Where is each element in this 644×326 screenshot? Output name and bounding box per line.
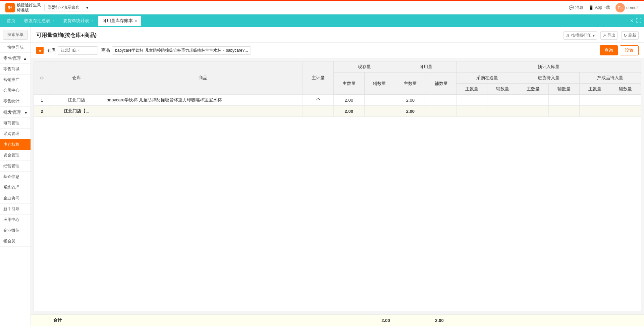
user-menu[interactable]: Ea demo2 xyxy=(615,3,639,12)
footer-label: 合计 xyxy=(44,317,71,323)
top-bar-right: 💬 消息 📱 App下载 Ea demo2 xyxy=(569,3,639,12)
product-filter-group: 商品 babycare学饮杯 儿童防摔防撞吸管杯重力球吸嘴杯宝宝水杯 × bab… xyxy=(101,46,251,55)
filter-toggle-btn[interactable]: » xyxy=(36,47,44,54)
incoming-aux-header: 辅数量 xyxy=(549,84,580,95)
footer-stock-main: 2.00 xyxy=(372,318,399,323)
sidebar-section-wholesale[interactable]: 批发管理 ▾ xyxy=(0,107,31,118)
sidebar-search-btn[interactable]: 搜索菜单 xyxy=(3,30,28,40)
tab-home[interactable]: 首页 xyxy=(3,16,19,26)
sidebar-item-finance[interactable]: 资金管理 xyxy=(0,150,31,161)
refresh-icon: ↻ xyxy=(624,33,627,38)
available-main-header: 主数量 xyxy=(395,73,426,95)
row-seq: 1 xyxy=(34,95,50,106)
close-all-tabs-btn[interactable]: × xyxy=(630,18,633,24)
unit-col-header: 主计量 xyxy=(303,61,334,95)
available-col-header: 可用量 xyxy=(395,61,457,73)
pur-transit-header: 采购在途量 xyxy=(457,73,518,84)
subtotal-incoming-main xyxy=(518,106,549,117)
subtotal-stock-aux xyxy=(364,106,395,117)
warehouse-tag-remove[interactable]: × xyxy=(78,48,80,52)
incoming-header: 进货待入量 xyxy=(518,73,579,84)
tab-close-available-stock[interactable]: × xyxy=(135,19,137,23)
page-header: 可用量查询(按仓库+商品) 🖨 按模板打印 ▾ ↗ 导出 ↻ 刷新 xyxy=(31,27,644,42)
stock-col-header: 现存量 xyxy=(333,61,395,73)
fullscreen-btn[interactable]: ⛶ xyxy=(636,18,641,24)
row-stock-main: 2.00 xyxy=(333,95,364,106)
warehouse-filter-group: 仓库 江北门店 × ··· xyxy=(47,46,98,55)
refresh-btn[interactable]: ↻ 刷新 xyxy=(621,31,639,40)
sidebar-item-purchase[interactable]: 采购管理 xyxy=(0,129,31,139)
stock-aux-header: 辅数量 xyxy=(364,73,395,95)
sidebar-item-inventory[interactable]: 库存核算 xyxy=(0,139,31,150)
subtotal-finished-main xyxy=(579,106,610,117)
app-download-btn[interactable]: 📱 App下载 xyxy=(589,5,610,10)
sidebar-search-area: 搜索菜单 xyxy=(0,27,31,43)
data-table: ⚙ 仓库 商品 主计量 现存量 可用量 预计入库量 主数量 辅数量 主数量 辅数… xyxy=(34,61,641,117)
incoming-main-header: 主数量 xyxy=(518,84,549,95)
subtotal-available-aux xyxy=(426,106,457,117)
row-unit: 个 xyxy=(303,95,334,106)
row-available-main: 2.00 xyxy=(395,95,426,106)
sidebar-item-member-center[interactable]: 会员中心 xyxy=(0,85,31,96)
warehouse-tag: 江北门店 × xyxy=(61,48,80,53)
sidebar-item-quick-nav[interactable]: 快捷导航 xyxy=(0,43,31,53)
sidebar-item-basic-info[interactable]: 基础信息 xyxy=(0,172,31,182)
available-aux-header: 辅数量 xyxy=(426,73,457,95)
row-available-aux xyxy=(426,95,457,106)
sidebar-item-enterprise[interactable]: 企业协同 xyxy=(0,193,31,204)
tab-bar: 首页 收发存汇总表 × 要货单统计表 × 可用量库存账本 × × ⛶ xyxy=(0,14,644,27)
footer-available-main: 2.00 xyxy=(426,318,453,323)
sidebar-item-retail-mall[interactable]: 零售商城 xyxy=(0,64,31,75)
product-col-header: 商品 xyxy=(103,61,303,95)
product-tag-1: babycare学饮杯 儿童防摔防撞吸管杯重力球吸嘴杯宝宝水杯 × xyxy=(115,48,224,53)
logo-icon: 好 xyxy=(5,3,15,12)
row-pur-transit-aux xyxy=(487,95,518,106)
setting-btn[interactable]: 设置 xyxy=(620,45,639,55)
mobile-icon: 📱 xyxy=(589,5,594,10)
tab-available-stock[interactable]: 可用量库存账本 × xyxy=(98,16,141,26)
sidebar-item-marketing[interactable]: 营销推广 xyxy=(0,75,31,85)
tab-order-stats[interactable]: 要货单统计表 × xyxy=(59,16,97,26)
tab-close-order-stats[interactable]: × xyxy=(91,19,93,23)
subtotal-finished-aux xyxy=(610,106,641,117)
table-footer: 合计 2.00 2.00 xyxy=(31,314,644,326)
chevron-down-icon: ▾ xyxy=(593,33,595,38)
message-btn[interactable]: 💬 消息 xyxy=(569,5,583,10)
product-tag1-remove[interactable]: × xyxy=(222,48,224,52)
printer-icon: 🖨 xyxy=(566,33,570,38)
tab-close-receive-send[interactable]: × xyxy=(52,19,54,23)
warehouse-more-btn[interactable]: ··· xyxy=(81,48,85,53)
logo-text: 畅捷通好生意 标准版 xyxy=(17,3,41,12)
row-finished-aux xyxy=(610,95,641,106)
row-pur-transit-main xyxy=(457,95,487,106)
top-bar: 好 畅捷通好生意 标准版 母婴行业演示账套 ▾ 💬 消息 📱 App下载 Ea … xyxy=(0,1,644,14)
chevron-up-icon: ▲ xyxy=(23,56,27,61)
sidebar-item-system[interactable]: 系统管理 xyxy=(0,182,31,193)
settings-col-header[interactable]: ⚙ xyxy=(34,61,50,95)
sidebar-item-retail-stats[interactable]: 零售统计 xyxy=(0,96,31,107)
sidebar-item-newbie[interactable]: 新手引导 xyxy=(0,204,31,215)
warehouse-input[interactable]: 江北门店 × ··· xyxy=(58,46,98,55)
export-btn[interactable]: ↗ 导出 xyxy=(600,31,618,40)
avatar: Ea xyxy=(615,3,625,12)
sidebar-item-enterprise-wechat[interactable]: 企业微信 xyxy=(0,225,31,236)
product-tag-2: babycare?... xyxy=(226,48,248,53)
sidebar: 搜索菜单 快捷导航 零售管理 ▲ 零售商城 营销推广 会员中心 零售统计 批发管… xyxy=(0,27,31,326)
finished-aux-header: 辅数量 xyxy=(610,84,641,95)
sidebar-section-retail[interactable]: 零售管理 ▲ xyxy=(0,53,31,64)
sidebar-item-ecommerce[interactable]: 电商管理 xyxy=(0,118,31,129)
pur-transit-main-header: 主数量 xyxy=(457,84,487,95)
query-btn[interactable]: 查询 xyxy=(600,45,618,55)
sidebar-item-member[interactable]: 畅会员 xyxy=(0,236,31,247)
template-print-btn[interactable]: 🖨 按模板打印 ▾ xyxy=(564,31,597,40)
tab-receive-send[interactable]: 收发存汇总表 × xyxy=(20,16,58,26)
sidebar-item-app-center[interactable]: 应用中心 xyxy=(0,215,31,225)
sidebar-item-operations[interactable]: 经营管理 xyxy=(0,161,31,172)
row-finished-main xyxy=(579,95,610,106)
content-area: 可用量查询(按仓库+商品) 🖨 按模板打印 ▾ ↗ 导出 ↻ 刷新 » xyxy=(31,27,644,326)
warehouse-label: 仓库 xyxy=(47,47,56,53)
chevron-down-icon: ▾ xyxy=(86,5,88,10)
industry-select[interactable]: 母婴行业演示账套 ▾ xyxy=(44,4,91,11)
pur-transit-aux-header: 辅数量 xyxy=(487,84,518,95)
product-input[interactable]: babycare学饮杯 儿童防摔防撞吸管杯重力球吸嘴杯宝宝水杯 × babyca… xyxy=(112,46,251,55)
